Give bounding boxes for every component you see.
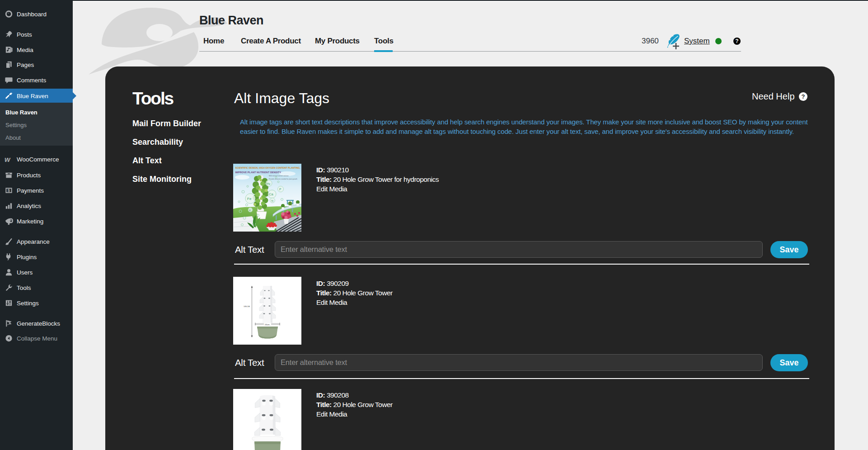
svg-text:IMPROVE PLANT NUTRIENT DENSITY: IMPROVE PLANT NUTRIENT DENSITY — [235, 171, 282, 174]
svg-text:w: w — [5, 155, 11, 163]
svg-text:53cm: 53cm — [265, 323, 270, 326]
svg-text:Mg: Mg — [267, 182, 270, 185]
svg-text:With mineral nutrient solution: With mineral nutrient solution — [269, 175, 289, 177]
svg-text:$: $ — [8, 188, 10, 193]
svg-text:Provide elements needed for pl: Provide elements needed for plant growth — [269, 178, 297, 180]
svg-text:Fe: Fe — [247, 197, 252, 201]
svg-text:185CM: 185CM — [244, 305, 250, 308]
svg-text:K: K — [249, 209, 251, 212]
svg-text:Ca: Ca — [269, 192, 273, 196]
svg-text:SCIENTIFIC DESIGN, HIGH OXYGEN: SCIENTIFIC DESIGN, HIGH OXYGEN CONTENT P… — [235, 166, 301, 169]
svg-text:P: P — [279, 188, 281, 191]
svg-text:N: N — [272, 199, 273, 202]
